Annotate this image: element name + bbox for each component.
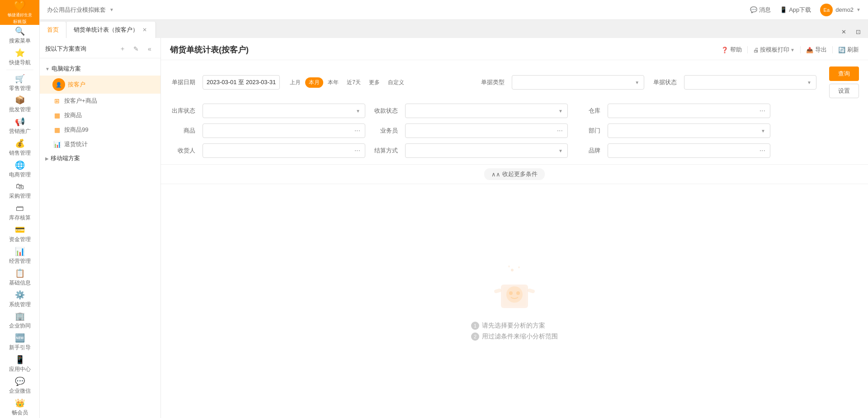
sidebar-item-quick-nav[interactable]: ⭐ 快捷导航 xyxy=(0,47,40,68)
salesperson-dots[interactable]: ··· xyxy=(557,127,563,135)
sidebar-item-operations[interactable]: 📊 经营管理 xyxy=(0,245,40,267)
doc-type-select[interactable]: ▼ xyxy=(512,75,644,90)
sidebar-item-system[interactable]: ⚙️ 系统管理 xyxy=(0,288,40,310)
sidebar-item-inventory[interactable]: 🗃 库存核算 xyxy=(0,202,40,223)
tree-item-by-goods-99[interactable]: ▦ 按商品99 xyxy=(40,123,160,137)
date-tab-this-year[interactable]: 本年 xyxy=(324,77,342,88)
sidebar-item-purchase[interactable]: 🛍 采购管理 xyxy=(0,180,40,202)
tab-close-btn[interactable]: ✕ xyxy=(141,26,148,33)
app-download-icon: 📱 xyxy=(780,6,787,13)
by-customer-icon: 👤 xyxy=(52,78,65,91)
tab-maximize-btn[interactable]: ⊡ xyxy=(852,25,864,38)
svg-rect-9 xyxy=(527,288,535,294)
department-select[interactable]: ▼ xyxy=(608,124,770,138)
date-tab-this-month[interactable]: 本月 xyxy=(305,77,323,88)
message-btn[interactable]: 💬 消息 xyxy=(750,6,771,14)
template-print-arrow: ▼ xyxy=(790,48,795,52)
sidebar-item-enterprise[interactable]: 🏢 企业协同 xyxy=(0,310,40,332)
svg-point-7 xyxy=(516,291,520,295)
brand-dots[interactable]: ··· xyxy=(760,147,765,155)
brand-label: 品牌 xyxy=(575,147,600,155)
tree-item-refund-stat[interactable]: 📊 退货统计 xyxy=(40,137,160,152)
help-btn[interactable]: ❓ 帮助 xyxy=(721,46,742,54)
template-print-label: 按模板打印 xyxy=(760,46,789,54)
sidebar-item-operations-label: 经营管理 xyxy=(9,257,31,265)
doc-status-select[interactable]: ▼ xyxy=(684,75,816,90)
sidebar-logo[interactable]: 🧡 畅捷通好生意 标账版 xyxy=(0,0,40,25)
sidebar-item-member[interactable]: 👑 畅会员 xyxy=(0,396,40,418)
payment-status-select[interactable]: ▼ xyxy=(405,104,568,118)
sidebar-item-apps-label: 应用中心 xyxy=(9,366,31,373)
settings-btn[interactable]: 设置 xyxy=(829,84,859,98)
sidebar-item-wholesale[interactable]: 📦 批发管理 xyxy=(0,94,40,115)
tree-item-by-goods[interactable]: ▦ 按商品 xyxy=(40,108,160,123)
query-btn[interactable]: 查询 xyxy=(829,66,859,81)
collapse-btn[interactable]: ∧∧ 收起更多条件 xyxy=(484,168,545,180)
template-print-btn[interactable]: 🖨 按模板打印 ▼ xyxy=(753,46,795,54)
hint-num-2: 2 xyxy=(471,332,479,341)
refresh-btn[interactable]: 🔄 刷新 xyxy=(838,46,859,54)
sidebar-item-sales[interactable]: 💰 销售管理 xyxy=(0,137,40,159)
user-menu[interactable]: Ea demo2 ▼ xyxy=(820,4,861,16)
svg-rect-8 xyxy=(494,288,502,294)
export-btn[interactable]: 📤 导出 xyxy=(806,46,827,54)
sidebar-item-apps[interactable]: 📱 应用中心 xyxy=(0,353,40,375)
tab-sales-stat[interactable]: 销货单统计表（按客户） ✕ xyxy=(66,22,156,38)
warehouse-dots[interactable]: ··· xyxy=(760,107,765,115)
date-tab-last-7[interactable]: 近7天 xyxy=(343,77,364,88)
edit-scheme-btn[interactable]: ✎ xyxy=(131,43,142,54)
goods-dots[interactable]: ··· xyxy=(354,127,360,135)
date-tab-custom[interactable]: 自定义 xyxy=(384,77,408,88)
date-tabs: 上月 本月 本年 近7天 更多 自定义 xyxy=(286,77,408,88)
tab-home[interactable]: 首页 xyxy=(40,22,66,38)
add-scheme-btn[interactable]: ＋ xyxy=(117,43,128,54)
desktop-section-arrow: ▼ xyxy=(45,66,50,71)
main-area: 办公用品行业模拟账套 ▼ 💬 消息 📱 App下载 Ea demo2 ▼ 首 xyxy=(40,0,868,418)
separator-3 xyxy=(832,46,833,53)
breadcrumb-arrow[interactable]: ▼ xyxy=(109,7,114,12)
logo-text: 畅捷通好生意 xyxy=(8,13,32,18)
sidebar-item-guide[interactable]: 🆕 新手引导 xyxy=(0,332,40,353)
sidebar-item-system-label: 系统管理 xyxy=(9,301,31,309)
warehouse-select[interactable]: ··· xyxy=(608,104,770,118)
tree-item-by-customer[interactable]: 👤 按客户 xyxy=(40,76,160,94)
sidebar-item-retail[interactable]: 🛒 零售管理 xyxy=(0,72,40,94)
sidebar-item-finance[interactable]: 💳 资金管理 xyxy=(0,223,40,245)
date-range-input[interactable]: 2023-03-01 至 2023-03-31 xyxy=(203,75,280,90)
salesperson-select[interactable]: ··· xyxy=(405,124,568,138)
app-download-btn[interactable]: 📱 App下载 xyxy=(780,6,811,14)
marketing-icon: 📢 xyxy=(15,117,25,127)
tree-item-by-customer-label: 按客户 xyxy=(68,81,85,89)
sales-icon: 💰 xyxy=(15,138,25,148)
maximize-icon: ⊡ xyxy=(856,28,861,35)
avatar: Ea xyxy=(820,4,833,16)
collapse-panel-btn[interactable]: « xyxy=(144,43,155,54)
sidebar-item-ecom[interactable]: 🌐 电商管理 xyxy=(0,158,40,180)
settlement-select[interactable]: ▼ xyxy=(405,143,568,158)
out-status-select[interactable]: ▼ xyxy=(203,104,365,118)
collapse-label: 收起更多条件 xyxy=(502,170,538,178)
hint-item-2: 2 用过滤条件来缩小分析范围 xyxy=(471,332,558,341)
date-tab-last-month[interactable]: 上月 xyxy=(286,77,304,88)
tab-minimize-btn[interactable]: ✕ xyxy=(837,25,850,38)
message-label: 消息 xyxy=(759,6,771,14)
mobile-section-header[interactable]: ▶ 移动端方案 xyxy=(40,152,160,165)
tree-item-by-customer-goods[interactable]: ⊞ 按客户+商品 xyxy=(40,94,160,108)
goods-select[interactable]: ··· xyxy=(203,124,365,138)
recipient-select[interactable]: ··· xyxy=(203,143,365,158)
refresh-label: 刷新 xyxy=(847,46,859,54)
svg-point-0 xyxy=(511,269,514,271)
sidebar-item-marketing[interactable]: 📢 营销推广 xyxy=(0,115,40,137)
sidebar-item-wechat[interactable]: 💬 企业微信 xyxy=(0,375,40,396)
brand-select[interactable]: ··· xyxy=(608,143,770,158)
collapse-icon: « xyxy=(148,45,151,52)
username: demo2 xyxy=(835,6,854,13)
date-tab-more[interactable]: 更多 xyxy=(365,77,383,88)
breadcrumb-text: 办公用品行业模拟账套 xyxy=(47,6,106,14)
sidebar-item-search[interactable]: 🔍 搜索菜单 xyxy=(0,25,40,47)
desktop-section-header[interactable]: ▼ 电脑端方案 xyxy=(40,62,160,76)
recipient-dots[interactable]: ··· xyxy=(354,147,360,155)
sidebar: 🧡 畅捷通好生意 标账版 🔍 搜索菜单 ⭐ 快捷导航 🛒 零售管理 📦 批发管理… xyxy=(0,0,40,418)
sidebar-item-basic[interactable]: 📋 基础信息 xyxy=(0,266,40,288)
sidebar-item-member-label: 畅会员 xyxy=(12,409,28,417)
